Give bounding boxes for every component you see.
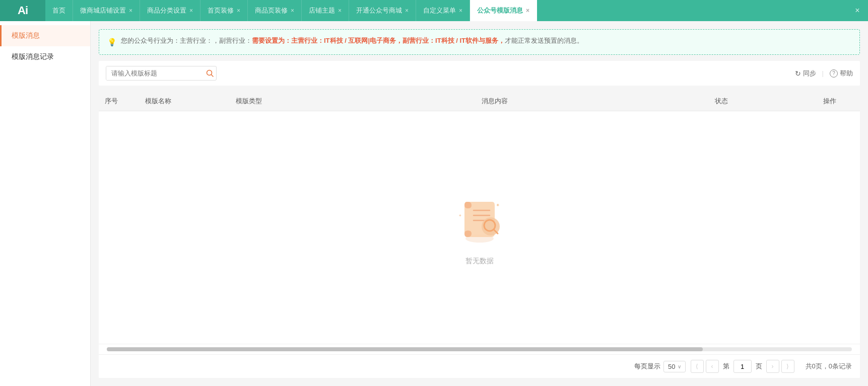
th-action: 操作 — [799, 92, 860, 111]
nav-tab-label-home-decor: 首页装修 — [208, 6, 234, 15]
th-name: 模版名称 — [139, 92, 230, 111]
nav-tab-close-shop-settings[interactable]: × — [129, 8, 132, 14]
toolbar-actions: ↻ 同步 | ? 帮助 — [795, 69, 853, 78]
nav-tab-home-decor[interactable]: 首页装修× — [201, 0, 248, 21]
page-label: 第 — [723, 362, 729, 371]
notice-highlight: 需要设置为：主营行业：IT科技 / 互联网|电子商务，副营行业：IT科技 / I… — [252, 37, 505, 44]
sidebar-item-template-msg[interactable]: 模版消息 — [0, 25, 90, 46]
top-nav: Ai 首页微商城店铺设置×商品分类设置×首页装修×商品页装修×店铺主题×开通公众… — [0, 0, 868, 21]
prev-page-button[interactable]: ‹ — [706, 360, 719, 373]
sync-button[interactable]: ↻ 同步 — [795, 69, 816, 78]
chevron-down-icon: ∨ — [678, 364, 681, 369]
nav-tab-shop-theme[interactable]: 店铺主题× — [302, 0, 349, 21]
search-input[interactable] — [106, 66, 201, 80]
next-page-button[interactable]: › — [766, 360, 779, 373]
nav-tab-label-product-decor: 商品页装修 — [255, 6, 288, 15]
nav-tab-label-open-mall: 开通公众号商城 — [356, 6, 402, 15]
pagination-row: 每页显示 50 ∨ ⟨ ‹ 第 页 › ⟩ 共0页，0条记录 — [99, 354, 860, 378]
nav-tab-close-template-msg[interactable]: × — [526, 8, 529, 14]
nav-tab-label-template-msg: 公众号模版消息 — [477, 6, 523, 15]
nav-tab-close-category-settings[interactable]: × — [189, 8, 193, 14]
help-icon: ? — [830, 69, 838, 78]
first-page-button[interactable]: ⟨ — [691, 360, 704, 373]
page-unit: 页 — [756, 362, 762, 371]
total-text: 共0页，0条记录 — [806, 362, 852, 371]
page-size-select: 每页显示 50 ∨ — [634, 361, 685, 372]
nav-tab-open-mall[interactable]: 开通公众号商城× — [349, 0, 416, 21]
th-seq: 序号 — [99, 92, 139, 111]
main-layout: 模版消息模版消息记录 💡 您的公众号行业为：主营行业：，副营行业：需要设置为：主… — [0, 21, 868, 386]
page-input[interactable] — [733, 360, 752, 373]
table-body-empty: ✦ ✦ 暂无数据 — [99, 111, 860, 344]
nav-tab-home[interactable]: 首页 — [45, 0, 73, 21]
table-wrap: 序号 模版名称 模版类型 消息内容 状态 操作 — [99, 92, 860, 378]
close-all-tabs-button[interactable]: × — [847, 0, 868, 21]
empty-illustration: ✦ ✦ — [449, 189, 510, 250]
toolbar: ↻ 同步 | ? 帮助 — [99, 61, 860, 86]
nav-tab-label-shop-settings: 微商城店铺设置 — [80, 6, 126, 15]
help-button[interactable]: ? 帮助 — [830, 69, 853, 78]
th-content: 消息内容 — [280, 92, 709, 111]
sidebar-item-template-msg-record[interactable]: 模版消息记录 — [0, 46, 90, 67]
divider: | — [822, 69, 824, 77]
svg-text:✦: ✦ — [496, 202, 500, 208]
scrollbar-track[interactable] — [107, 347, 852, 351]
search-icon — [206, 69, 214, 77]
nav-tab-label-home: 首页 — [52, 6, 65, 15]
th-type: 模版类型 — [230, 92, 280, 111]
page-size-label: 每页显示 — [634, 362, 660, 371]
nav-tab-template-msg[interactable]: 公众号模版消息× — [470, 0, 537, 21]
content-area: 💡 您的公众号行业为：主营行业：，副营行业：需要设置为：主营行业：IT科技 / … — [91, 21, 868, 386]
nav-tab-close-open-mall[interactable]: × — [405, 8, 409, 14]
app-logo: Ai — [0, 0, 45, 21]
sidebar: 模版消息模版消息记录 — [0, 21, 91, 386]
th-status: 状态 — [709, 92, 799, 111]
empty-text: 暂无数据 — [465, 257, 494, 266]
nav-tab-close-home-decor[interactable]: × — [237, 8, 240, 14]
nav-tab-close-shop-theme[interactable]: × — [338, 8, 342, 14]
nav-tab-close-product-decor[interactable]: × — [291, 8, 294, 14]
page-nav: ⟨ ‹ 第 页 › ⟩ — [691, 360, 794, 373]
svg-text:✦: ✦ — [458, 213, 462, 218]
bulb-icon: 💡 — [107, 36, 117, 48]
nav-tab-label-category-settings: 商品分类设置 — [147, 6, 186, 15]
table-header: 序号 模版名称 模版类型 消息内容 状态 操作 — [99, 92, 860, 111]
nav-tab-shop-settings[interactable]: 微商城店铺设置× — [73, 0, 140, 21]
nav-tab-custom-menu[interactable]: 自定义菜单× — [416, 0, 470, 21]
search-button[interactable] — [201, 69, 217, 77]
nav-tab-close-custom-menu[interactable]: × — [459, 8, 462, 14]
page-size-dropdown[interactable]: 50 ∨ — [663, 361, 685, 372]
nav-tab-label-shop-theme: 店铺主题 — [309, 6, 335, 15]
sync-icon: ↻ — [795, 69, 801, 78]
nav-tab-product-decor[interactable]: 商品页装修× — [248, 0, 302, 21]
nav-tab-category-settings[interactable]: 商品分类设置× — [140, 0, 201, 21]
svg-line-1 — [212, 75, 214, 77]
search-area — [106, 66, 217, 81]
last-page-button[interactable]: ⟩ — [781, 360, 794, 373]
notice-box: 💡 您的公众号行业为：主营行业：，副营行业：需要设置为：主营行业：IT科技 / … — [99, 29, 860, 55]
nav-tab-label-custom-menu: 自定义菜单 — [423, 6, 456, 15]
scrollbar-row[interactable] — [99, 344, 860, 354]
nav-tabs-area: 首页微商城店铺设置×商品分类设置×首页装修×商品页装修×店铺主题×开通公众号商城… — [45, 0, 847, 21]
scrollbar-thumb — [107, 347, 703, 351]
notice-text: 您的公众号行业为：主营行业：，副营行业：需要设置为：主营行业：IT科技 / 互联… — [121, 36, 583, 46]
